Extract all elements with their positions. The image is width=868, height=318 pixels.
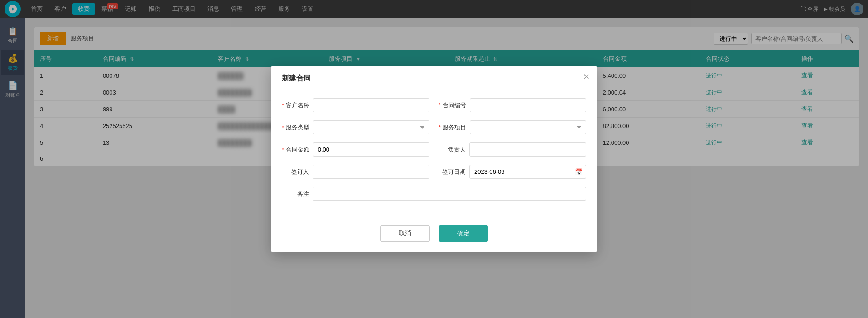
service-type-select[interactable] [313,120,429,134]
signer-input[interactable] [313,165,429,179]
contract-no-input[interactable] [470,98,586,112]
amount-label: 合同金额 [282,146,309,154]
amount-input[interactable] [313,142,429,157]
modal-body: 客户名称 合同编号 服务类型 [271,89,597,218]
service-item-label: 服务项目 [439,123,466,132]
form-row-3: 合同金额 负责人 [282,142,586,157]
remark-input[interactable] [313,187,586,201]
new-contract-modal: 新建合同 ✕ 客户名称 合同编号 [271,66,597,252]
contract-no-label: 合同编号 [439,101,466,109]
service-type-label: 服务类型 [282,123,309,132]
cancel-button[interactable]: 取消 [380,225,430,242]
contract-no-group: 合同编号 [439,98,586,112]
customer-name-input[interactable] [313,98,429,112]
form-row-1: 客户名称 合同编号 [282,98,586,112]
main-layout: 📋 合同 💰 收费 📄 对账单 新增 服务项目 进行中 已结束 全部 [0,18,868,318]
signer-group: 签订人 [282,165,429,179]
modal-title: 新建合同 [282,74,311,82]
form-row-2: 服务类型 服务项目 [282,120,586,134]
service-type-group: 服务类型 [282,120,429,134]
responsible-input[interactable] [469,142,586,157]
modal-overlay: 新建合同 ✕ 客户名称 合同编号 [25,18,868,318]
remark-group: 备注 [282,187,586,201]
modal-footer: 取消 确定 [271,218,597,252]
service-item-select[interactable] [470,120,586,134]
modal-close-button[interactable]: ✕ [583,72,590,82]
customer-name-label: 客户名称 [282,101,309,109]
responsible-label: 负责人 [439,146,466,154]
responsible-group: 负责人 [439,142,586,157]
customer-name-group: 客户名称 [282,98,429,112]
signer-label: 签订人 [282,168,309,176]
sign-date-group: 签订日期 📅 [439,165,586,179]
form-row-5: 备注 [282,187,586,201]
confirm-button[interactable]: 确定 [439,225,488,242]
modal-header: 新建合同 [271,66,597,89]
service-item-group: 服务项目 [439,120,586,134]
form-row-4: 签订人 签订日期 📅 [282,165,586,179]
content-area: 新增 服务项目 进行中 已结束 全部 🔍 [25,18,868,318]
sign-date-label: 签订日期 [439,168,466,176]
sign-date-input[interactable] [469,165,586,179]
amount-group: 合同金额 [282,142,429,157]
sign-date-wrapper: 📅 [469,165,586,179]
remark-label: 备注 [282,190,309,198]
